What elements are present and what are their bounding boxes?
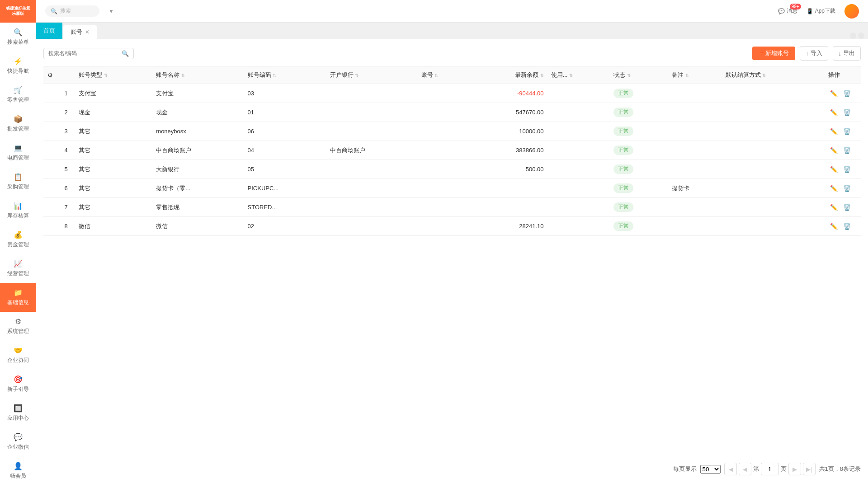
- add-account-button[interactable]: + 新增账号: [752, 47, 795, 60]
- page-label-end: 页: [781, 465, 787, 473]
- delete-button[interactable]: 🗑️: [841, 165, 853, 174]
- sidebar-item-enterprise[interactable]: 🤝 企业协同: [0, 341, 36, 370]
- tab-home[interactable]: 首页: [36, 23, 62, 39]
- col-code[interactable]: 账号编码 ⇅: [244, 66, 326, 84]
- sidebar-item-inventory[interactable]: 📊 库存核算: [0, 196, 36, 225]
- sidebar-item-member[interactable]: 👤 畅会员: [0, 456, 36, 485]
- dropdown-icon[interactable]: ▼: [108, 8, 114, 14]
- sidebar-item-ecommerce[interactable]: 💻 电商管理: [0, 138, 36, 167]
- delete-button[interactable]: 🗑️: [841, 203, 853, 212]
- sidebar-item-search[interactable]: 🔍 搜索菜单: [0, 23, 36, 52]
- sidebar-item-operations[interactable]: 📈 经营管理: [0, 254, 36, 283]
- edit-button[interactable]: ✏️: [828, 108, 840, 117]
- message-button[interactable]: 💬 消息 99+: [778, 7, 797, 15]
- col-type[interactable]: 账号类型 ⇅: [75, 66, 152, 84]
- sort-code-icon[interactable]: ⇅: [273, 73, 276, 78]
- table-row: 3 其它 moneybosx 06 10000.00 正常 ✏️ 🗑️: [43, 122, 861, 141]
- sidebar-item-label: 采购管理: [7, 183, 29, 191]
- account-search-box[interactable]: 🔍: [43, 48, 134, 59]
- col-usage[interactable]: 使用... ⇅: [547, 66, 610, 84]
- sidebar-item-finance[interactable]: 💰 资金管理: [0, 225, 36, 254]
- last-page-button[interactable]: ▶|: [803, 463, 816, 475]
- user-avatar[interactable]: [844, 4, 859, 19]
- sort-bank-icon[interactable]: ⇅: [355, 73, 359, 78]
- import-button[interactable]: ↑ 导入: [800, 46, 828, 61]
- sidebar-item-wechat[interactable]: 💬 企业微信: [0, 427, 36, 456]
- page-size-select[interactable]: 50 100 200: [700, 465, 721, 474]
- sidebar-item-system[interactable]: ⚙ 系统管理: [0, 312, 36, 341]
- sidebar-item-purchase[interactable]: 📋 采购管理: [0, 167, 36, 196]
- export-label: 导出: [843, 49, 855, 57]
- delete-button[interactable]: 🗑️: [841, 108, 853, 117]
- sort-status-icon[interactable]: ⇅: [627, 73, 631, 78]
- cell-bank: [326, 84, 418, 103]
- account-table: ⚙ 账号类型 ⇅ 账号名称 ⇅ 账号编码 ⇅: [43, 66, 861, 236]
- sidebar-item-wholesale[interactable]: 📦 批发管理: [0, 109, 36, 138]
- sidebar-item-retail[interactable]: 🛒 零售管理: [0, 80, 36, 109]
- sort-note-icon[interactable]: ⇅: [685, 73, 689, 78]
- edit-button[interactable]: ✏️: [828, 89, 840, 98]
- tab-close-icon[interactable]: ✕: [85, 29, 90, 35]
- search-submit-icon[interactable]: 🔍: [122, 50, 129, 57]
- col-bank[interactable]: 开户银行 ⇅: [326, 66, 418, 84]
- cell-name: 大新银行: [152, 160, 244, 179]
- basic-icon: 📁: [14, 288, 23, 297]
- sort-account-icon[interactable]: ⇅: [434, 73, 438, 78]
- edit-button[interactable]: ✏️: [828, 127, 840, 136]
- col-account[interactable]: 账号 ⇅: [418, 66, 470, 84]
- prev-page-button[interactable]: ◀: [739, 463, 751, 475]
- sidebar-item-basic[interactable]: 📁 基础信息: [0, 283, 36, 312]
- app-download-button[interactable]: 📱 App下载: [807, 7, 835, 15]
- sort-settlement-icon[interactable]: ⇅: [762, 73, 766, 78]
- edit-button[interactable]: ✏️: [828, 146, 840, 155]
- delete-button[interactable]: 🗑️: [841, 127, 853, 136]
- sidebar-item-label: 系统管理: [7, 328, 29, 335]
- sort-usage-icon[interactable]: ⇅: [569, 73, 573, 78]
- minimize-button[interactable]: [850, 33, 856, 39]
- col-default-settlement[interactable]: 默认结算方式 ⇅: [722, 66, 825, 84]
- col-note[interactable]: 备注 ⇅: [668, 66, 722, 84]
- col-bank-label: 开户银行: [330, 71, 354, 78]
- sidebar-item-appcenter[interactable]: 🔲 应用中心: [0, 399, 36, 427]
- first-page-button[interactable]: |◀: [724, 463, 737, 475]
- purchase-icon: 📋: [14, 173, 23, 181]
- tab-account[interactable]: 账号 ✕: [63, 25, 97, 39]
- maximize-button[interactable]: [858, 33, 864, 39]
- sort-type-icon[interactable]: ⇅: [104, 73, 108, 78]
- col-name[interactable]: 账号名称 ⇅: [152, 66, 244, 84]
- header-search-box[interactable]: 🔍 搜索: [45, 5, 99, 17]
- total-info: 共1页，8条记录: [819, 465, 861, 473]
- sidebar: 畅捷通好生意 乐雁版 🔍 搜索菜单 ⚡ 快捷导航 🛒 零售管理 📦 批发管理 💻…: [0, 0, 36, 488]
- delete-button[interactable]: 🗑️: [841, 184, 853, 193]
- page-number-input[interactable]: [761, 463, 779, 475]
- page-navigation: |◀ ◀ 第 页 ▶ ▶|: [724, 463, 816, 475]
- edit-button[interactable]: ✏️: [828, 165, 840, 174]
- edit-button[interactable]: ✏️: [828, 203, 840, 212]
- account-search-input[interactable]: [48, 50, 119, 56]
- edit-button[interactable]: ✏️: [828, 222, 840, 231]
- sort-name-icon[interactable]: ⇅: [181, 73, 185, 78]
- tab-account-label: 账号: [71, 28, 82, 36]
- col-balance[interactable]: 最新余额 ⇅: [470, 66, 547, 84]
- search-menu-icon: 🔍: [14, 28, 23, 37]
- col-settlement-label: 默认结算方式: [726, 71, 761, 78]
- col-status[interactable]: 状态 ⇅: [610, 66, 668, 84]
- cell-action: ✏️ 🗑️: [825, 103, 861, 122]
- next-page-button[interactable]: ▶: [788, 463, 801, 475]
- cell-num: 7: [57, 198, 75, 217]
- delete-button[interactable]: 🗑️: [841, 222, 853, 231]
- cell-type: 其它: [75, 141, 152, 160]
- edit-button[interactable]: ✏️: [828, 184, 840, 193]
- col-settings[interactable]: ⚙: [43, 66, 57, 84]
- cell-settings: [43, 217, 57, 236]
- cell-usage: [547, 179, 610, 198]
- sidebar-item-newguide[interactable]: 🎯 新手引导: [0, 370, 36, 399]
- export-button[interactable]: ↓ 导出: [833, 46, 861, 61]
- cell-action: ✏️ 🗑️: [825, 84, 861, 103]
- sidebar-item-quicknav[interactable]: ⚡ 快捷导航: [0, 52, 36, 80]
- delete-button[interactable]: 🗑️: [841, 146, 853, 155]
- sort-balance-icon[interactable]: ⇅: [540, 73, 544, 78]
- main-area: 🔍 搜索 ▼ 💬 消息 99+ 📱 App下载 首页 账号 ✕: [36, 0, 868, 488]
- sidebar-item-label: 快捷导航: [7, 67, 29, 75]
- delete-button[interactable]: 🗑️: [841, 89, 853, 98]
